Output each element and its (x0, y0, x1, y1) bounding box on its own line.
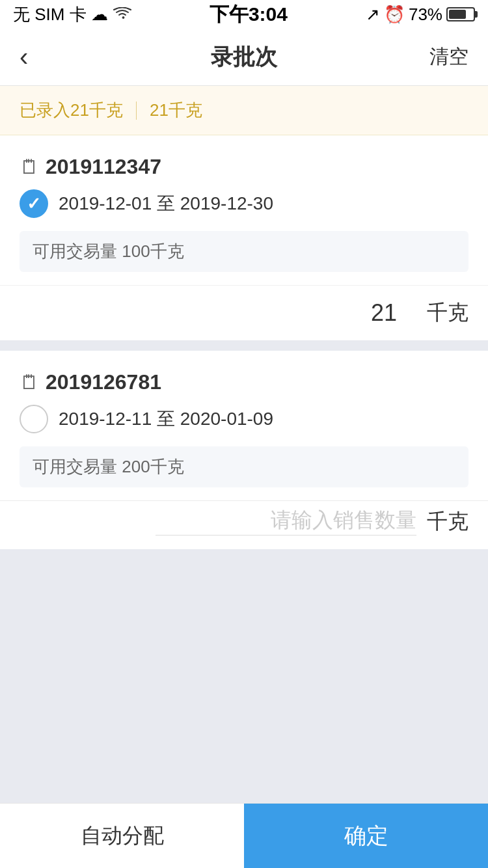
status-left: 无 SIM 卡 ☁ (13, 3, 131, 26)
batch-doc-icon-2: 🗒 (20, 372, 39, 394)
avail-box-2: 可用交易量 200千克 (20, 446, 468, 487)
batch-radio-1[interactable]: ✓ (20, 189, 48, 218)
qty-unit-1: 千克 (427, 299, 468, 327)
batch-card-1: 🗒 2019112347 ✓ 2019-12-01 至 2019-12-30 可… (0, 135, 488, 340)
summary-divider (136, 102, 137, 120)
batch-id-1: 2019112347 (46, 155, 161, 179)
batch-radio-2[interactable] (20, 405, 48, 433)
auto-distribute-button[interactable]: 自动分配 (0, 804, 244, 868)
no-sim-label: 无 SIM 卡 ☁ (13, 3, 108, 26)
batch-date-1: 2019-12-01 至 2019-12-30 (59, 191, 273, 216)
clear-button[interactable]: 清空 (429, 44, 468, 70)
section-divider (0, 340, 488, 351)
blank-area (0, 549, 488, 822)
batch-date-row-1[interactable]: ✓ 2019-12-01 至 2019-12-30 (20, 189, 468, 218)
back-button[interactable]: ‹ (20, 42, 59, 72)
batch-card-2: 🗒 2019126781 2019-12-11 至 2020-01-09 可用交… (0, 351, 488, 549)
bottom-action-bar: 自动分配 确定 (0, 803, 488, 868)
qty-unit-2: 千克 (427, 508, 468, 536)
nav-bar: ‹ 录批次 清空 (0, 29, 488, 86)
clock-icon: ⏰ (384, 5, 405, 25)
batch-id-row-2: 🗒 2019126781 (20, 370, 468, 394)
confirm-button[interactable]: 确定 (244, 804, 488, 868)
batch-date-row-2[interactable]: 2019-12-11 至 2020-01-09 (20, 405, 468, 433)
summary-banner: 已录入21千克 21千克 (0, 86, 488, 135)
status-time: 下午3:04 (210, 1, 288, 28)
avail-box-1: 可用交易量 100千克 (20, 231, 468, 272)
page-title: 录批次 (211, 42, 277, 72)
qty-row-1: 21 千克 (0, 285, 488, 340)
qty-value-1: 21 (371, 299, 397, 327)
status-right: ↗ ⏰ 73% (366, 5, 475, 25)
batch-doc-icon-1: 🗒 (20, 156, 39, 178)
battery-icon (446, 7, 475, 21)
batch-date-2: 2019-12-11 至 2020-01-09 (59, 407, 273, 431)
summary-amount: 21千克 (150, 99, 202, 122)
check-icon-1: ✓ (27, 194, 41, 214)
summary-recorded: 已录入21千克 (20, 99, 123, 122)
batch-id-2: 2019126781 (46, 370, 161, 394)
battery-percent: 73% (409, 5, 442, 25)
qty-input-2[interactable] (156, 508, 416, 536)
batch-id-row-1: 🗒 2019112347 (20, 155, 468, 179)
status-bar: 无 SIM 卡 ☁ 下午3:04 ↗ ⏰ 73% (0, 0, 488, 29)
qty-input-wrapper-2: 千克 (0, 500, 488, 549)
location-icon: ↗ (366, 5, 380, 25)
wifi-icon (113, 5, 131, 25)
